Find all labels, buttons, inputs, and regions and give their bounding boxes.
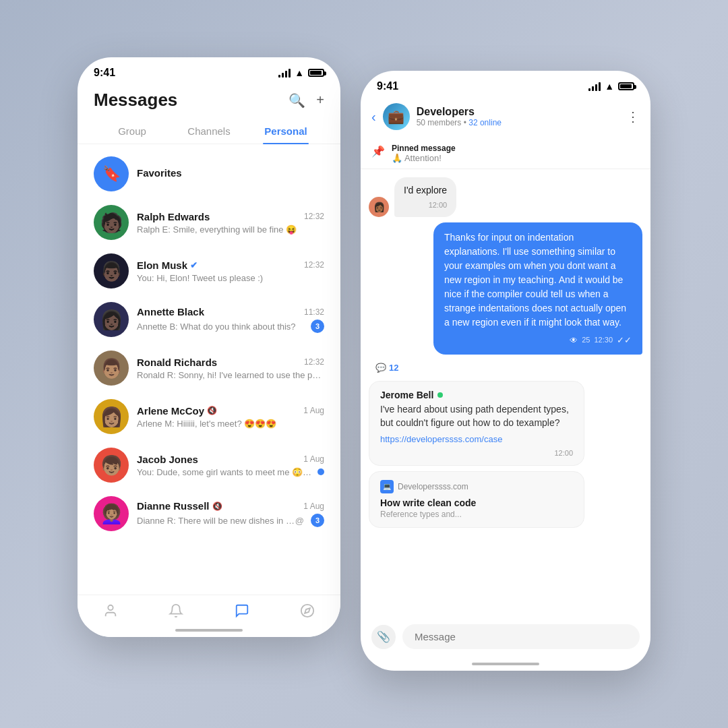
pinned-message[interactable]: 📌 Pinned message 🙏 Attention! <box>361 138 650 169</box>
checkmark-2: ✓✓ <box>617 334 632 347</box>
jerome-time: 12:00 <box>380 449 573 457</box>
contacts-icon <box>103 603 118 618</box>
avatar-annette: 👩🏿 <box>94 302 129 337</box>
status-bar-right: 9:41 ▲ <box>361 71 650 98</box>
msg-bubble-2: Thanks for input on indentation explanat… <box>433 222 642 355</box>
list-item-elon[interactable]: 👨🏿 Elon Musk ✔ 12:32 You: Hi, Elon! Twee… <box>88 247 330 295</box>
attach-icon: 📎 <box>377 630 390 643</box>
explore-icon <box>300 603 315 618</box>
msg-time-1: 12:00 <box>404 200 447 210</box>
pin-icon: 📌 <box>371 145 385 158</box>
add-button[interactable]: + <box>316 92 324 108</box>
muted-icon-dianne: 🔇 <box>212 502 222 511</box>
tab-group[interactable]: Group <box>94 119 171 144</box>
msg-time-2: 12:30 <box>594 334 613 346</box>
jerome-link[interactable]: https://developerssss.com/case <box>380 434 502 444</box>
msg-avatar-1: 👩🏾 <box>369 197 389 217</box>
home-indicator-right <box>472 663 539 665</box>
right-phone: 9:41 ▲ ‹ 💼 <box>361 71 650 671</box>
chat-header: ‹ 💼 Developers 50 members • 32 online ⋮ <box>361 98 650 138</box>
message-input[interactable] <box>402 624 640 649</box>
message-4: Jerome Bell I've heard about using path … <box>369 381 584 465</box>
left-phone: 9:41 ▲ Messages 🔍 + <box>78 57 340 637</box>
chat-list: 🔖 Favorites 🧑🏿 Ralph Edwards 12:32 Ra <box>78 150 340 538</box>
site-name: Developerssss.com <box>398 482 468 491</box>
time-left: 9:41 <box>94 67 115 79</box>
chat-name-arlene: Arlene McCoy 🔇 <box>137 405 217 417</box>
chat-time-elon: 12:32 <box>304 260 324 270</box>
group-sub: 50 members • 32 online <box>417 118 619 127</box>
pinned-text: 🙏 Attention! <box>392 153 456 163</box>
chat-preview-dianne: Dianne R: There will be new dishes in th… <box>137 516 295 526</box>
link-preview-sub: Reference types and... <box>380 510 573 519</box>
signal-icon-right <box>588 82 601 91</box>
time-right: 9:41 <box>377 80 398 92</box>
more-button[interactable]: ⋮ <box>626 109 640 125</box>
list-item-arlene[interactable]: 👩🏽 Arlene McCoy 🔇 1 Aug Arlene M: Hiiiii… <box>88 392 330 441</box>
tabs: Group Channels Personal <box>78 119 340 144</box>
battery-icon <box>308 69 324 77</box>
messages-icon <box>235 603 249 618</box>
chat-time-dianne: 1 Aug <box>303 502 324 511</box>
chat-name-jacob: Jacob Jones <box>137 454 198 465</box>
chat-body: ‹ 💼 Developers 50 members • 32 online ⋮ … <box>361 98 650 660</box>
list-item-favorites[interactable]: 🔖 Favorites <box>88 150 330 198</box>
nav-explore[interactable] <box>275 603 341 618</box>
status-bar-left: 9:41 ▲ <box>78 57 340 84</box>
list-item-annette[interactable]: 👩🏿 Annette Black 11:32 Annette B: What d… <box>88 295 330 344</box>
list-item-ronald[interactable]: 👨🏽 Ronald Richards 12:32 Ronald R: Sonny… <box>88 344 330 392</box>
chat-name-dianne: Dianne Russell 🔇 <box>137 500 222 512</box>
chat-preview-arlene: Arlene M: Hiiiiii, let's meet? 😍😍😍 <box>137 419 324 429</box>
chat-name-favorites: Favorites <box>137 167 182 179</box>
jerome-text: I've heard about using path dependent ty… <box>380 403 573 429</box>
group-avatar: 💼 <box>383 103 410 130</box>
wifi-icon-right: ▲ <box>605 81 614 92</box>
search-button[interactable]: 🔍 <box>289 92 305 109</box>
nav-notifications[interactable] <box>144 603 210 618</box>
mention-icon-dianne: @ <box>295 516 304 526</box>
unread-badge-annette: 3 <box>311 320 324 333</box>
chat-time-annette: 11:32 <box>304 307 324 317</box>
back-button[interactable]: ‹ <box>371 109 376 125</box>
status-icons-right: ▲ <box>588 81 634 92</box>
tab-channels[interactable]: Channels <box>171 119 247 144</box>
chat-preview-elon: You: Hi, Elon! Tweet us please :) <box>137 273 324 283</box>
avatar-dianne: 👩🏽‍🦱 <box>94 496 129 531</box>
online-count: 32 online <box>468 118 502 127</box>
list-item-ralph[interactable]: 🧑🏿 Ralph Edwards 12:32 Ralph E: Smile, e… <box>88 198 330 247</box>
chat-name-ronald: Ronald Richards <box>137 357 217 368</box>
avatar-arlene: 👩🏽 <box>94 399 129 434</box>
message-2: Thanks for input on indentation explanat… <box>369 222 642 355</box>
link-preview[interactable]: 💻 Developerssss.com How write clean code… <box>369 471 584 528</box>
notifications-icon <box>169 603 183 618</box>
chat-name-annette: Annette Black <box>137 306 204 317</box>
wifi-icon: ▲ <box>295 67 304 78</box>
svg-point-1 <box>301 605 313 617</box>
chat-preview-jacob: You: Dude, some girl wants to meet me 😳.… <box>137 467 313 477</box>
msg-views-2: 25 <box>582 334 590 346</box>
muted-icon-arlene: 🔇 <box>207 406 217 415</box>
attach-button[interactable]: 📎 <box>371 625 396 649</box>
avatar-favorites: 🔖 <box>94 156 129 191</box>
message-input-area: 📎 <box>361 617 650 660</box>
msg-bubble-1: I'd explore 12:00 <box>394 177 456 217</box>
header-actions: 🔍 + <box>289 92 324 109</box>
nav-messages[interactable] <box>209 603 275 618</box>
chat-preview-annette: Annette B: What do you think about this? <box>137 322 307 332</box>
chat-time-ralph: 12:32 <box>304 212 324 221</box>
site-icon: 💻 <box>380 480 394 493</box>
chat-header-info: Developers 50 members • 32 online <box>417 106 619 127</box>
group-name: Developers <box>417 106 619 118</box>
chat-time-ronald: 12:32 <box>304 357 324 367</box>
status-icons-left: ▲ <box>278 67 324 78</box>
chat-time-arlene: 1 Aug <box>303 406 324 415</box>
tab-personal[interactable]: Personal <box>247 119 324 144</box>
messages-header: Messages 🔍 + <box>78 84 340 119</box>
home-indicator <box>175 629 243 632</box>
signal-icon <box>278 68 291 78</box>
list-item-dianne[interactable]: 👩🏽‍🦱 Dianne Russell 🔇 1 Aug Dianne R: Th… <box>88 489 330 538</box>
reply-count[interactable]: 💬 12 <box>369 360 642 375</box>
svg-point-0 <box>108 605 113 610</box>
list-item-jacob[interactable]: 👦🏽 Jacob Jones 1 Aug You: Dude, some gir… <box>88 441 330 489</box>
nav-contacts[interactable] <box>78 603 144 618</box>
